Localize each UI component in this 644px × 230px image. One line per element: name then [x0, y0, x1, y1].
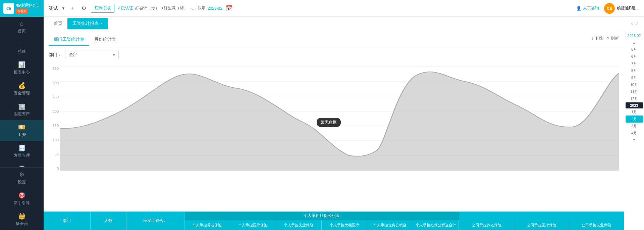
right-panel-month-2[interactable]: 2月: [626, 116, 643, 123]
status-certified: ✓已认证: [118, 5, 133, 11]
refresh-icon: ↻: [606, 36, 609, 41]
right-panel-month-5[interactable]: 5月: [626, 46, 643, 53]
sidebar-item-ledger[interactable]: ≡ 总账: [0, 37, 44, 58]
table-header: 部门 人数 应发工资合计 个人承担社保公积金 个人承担养老保险: [44, 212, 624, 230]
th-personal-group: 个人承担社保公积金 个人承担养老保险 个人承担医疗保险 个人承担失业保险: [184, 212, 459, 230]
window-maximize-btn[interactable]: ⤢: [635, 21, 639, 26]
period-label: 账期: [198, 5, 206, 11]
th-company-pension: 公司承担养老保险: [459, 220, 514, 230]
sidebar-item-funds[interactable]: 💰 资金管理: [0, 79, 44, 99]
right-panel-month-10[interactable]: 10月: [626, 81, 643, 88]
tab-close-btn[interactable]: ×: [100, 21, 103, 26]
sidebar-logo: CE 畅捷通好会计 专业版: [0, 0, 44, 17]
download-btn[interactable]: ↓ 下载: [591, 36, 603, 41]
home-icon: ⌂: [20, 20, 24, 27]
th-personal-medical: 个人承担医疗保险: [230, 220, 276, 230]
th-personal-group-title: 个人承担社保公积金: [184, 212, 459, 220]
status-more: +...: [190, 6, 196, 11]
sidebar-item-member[interactable]: 👑 畅会员: [0, 209, 44, 230]
window-controls: × ⤢: [631, 21, 639, 26]
sidebar-item-sales[interactable]: 📋 进销台账: [0, 162, 44, 167]
tabs-bar: 首页 工资统计报表 × × ⤢: [44, 17, 644, 30]
th-personal-housing: 个人承担住房公积金: [367, 220, 413, 230]
chart-area: 350 300 250 200 150 100 50 0: [44, 63, 624, 212]
sidebar-item-guide[interactable]: 🎯 新手引导: [0, 188, 44, 209]
sidebar-item-label: 固定资产: [14, 111, 30, 117]
department-select[interactable]: 全部 销售部 财务部 行政部 技术部: [65, 50, 119, 59]
sidebar-item-settings[interactable]: ⚙ 设置: [0, 168, 44, 188]
chart-svg: [60, 66, 619, 171]
sub-tab-monthly-label: 月份统计表: [94, 37, 116, 42]
th-salary-label: 应发工资合计: [143, 218, 167, 224]
ledger-icon: ≡: [20, 41, 24, 48]
right-panel-nav-up[interactable]: ▲: [632, 40, 637, 46]
th-personal-cells: 个人承担养老保险 个人承担医疗保险 个人承担失业保险 个人承担大额医疗 个人承担: [184, 220, 459, 230]
topbar-switch-btn[interactable]: 切到旧版: [91, 4, 114, 13]
sub-tab-monthly[interactable]: 月份统计表: [89, 34, 121, 46]
sidebar: CE 畅捷通好会计 专业版 ⌂ 首页 ≡ 总账 📊 报表中心 💰 资金管理 🏢 …: [0, 0, 44, 230]
topbar-dropdown-btn[interactable]: ▼: [61, 6, 65, 11]
salary-icon: 💴: [18, 124, 25, 131]
y-label-50: 50: [55, 152, 59, 156]
calendar-icon[interactable]: 📅: [224, 4, 234, 13]
sidebar-item-home[interactable]: ⌂ 首页: [0, 17, 44, 37]
right-panel-year-2023: 2023: [626, 102, 643, 108]
topbar-add-btn[interactable]: ＋: [69, 3, 77, 13]
th-salary-total: 应发工资合计: [126, 212, 184, 230]
sidebar-item-invoice[interactable]: 🧾 发票管理: [0, 141, 44, 162]
sidebar-item-reports[interactable]: 📊 报表中心: [0, 58, 44, 79]
sidebar-item-label: 资金管理: [14, 90, 30, 96]
y-label-250: 250: [53, 95, 59, 99]
y-label-300: 300: [53, 81, 59, 85]
right-panel-month-11[interactable]: 11月: [626, 88, 643, 95]
consult-btn[interactable]: 👤 人工咨询: [576, 5, 599, 11]
page-main: 部门工资统计表 月份统计表 ↓ 下载 ↻ 刷新: [44, 30, 624, 230]
sidebar-item-salary[interactable]: 💴 工资: [0, 120, 44, 141]
right-panel-month-4[interactable]: 4月: [626, 130, 643, 137]
sidebar-item-label: 总账: [18, 49, 26, 54]
sidebar-item-label: 设置: [18, 179, 26, 185]
right-panel-month-12[interactable]: 12月: [626, 95, 643, 102]
sidebar-item-label: 报表中心: [14, 70, 30, 75]
topbar-status: ✓已认证 好会计（专） +好生意（标） +... 账期 2023-02 📅: [118, 4, 234, 13]
avatar: CE: [604, 3, 615, 14]
chart-container: 350 300 250 200 150 100 50 0: [49, 66, 619, 181]
sidebar-item-assets[interactable]: 🏢 固定资产: [0, 99, 44, 120]
th-department: 部门: [44, 212, 91, 230]
right-panel-month-7[interactable]: 7月: [626, 60, 643, 67]
right-panel-month-9[interactable]: 9月: [626, 74, 643, 81]
sidebar-bottom: ⚙ 设置 🎯 新手引导 👑 畅会员: [0, 167, 44, 230]
main-content: 测试 ▼ ＋ ⚙ 切到旧版 ✓已认证 好会计（专） +好生意（标） +... 账…: [44, 0, 644, 230]
assets-icon: 🏢: [18, 103, 25, 110]
right-panel-month-1[interactable]: 1月: [626, 108, 643, 116]
right-panel-nav-down[interactable]: ▼: [632, 137, 637, 143]
department-select-wrap: 全部 销售部 财务部 行政部 技术部 ▼: [65, 50, 119, 59]
window-close-btn[interactable]: ×: [631, 21, 633, 26]
refresh-btn[interactable]: ↻ 刷新: [606, 36, 619, 41]
invoice-icon: 🧾: [18, 144, 25, 152]
right-panel-month-6[interactable]: 6月: [626, 53, 643, 60]
topbar: 测试 ▼ ＋ ⚙ 切到旧版 ✓已认证 好会计（专） +好生意（标） +... 账…: [44, 0, 644, 17]
settings-icon: ⚙: [19, 171, 24, 178]
download-icon: ↓: [591, 36, 593, 41]
right-panel-month-8[interactable]: 8月: [626, 67, 643, 74]
filter-row: 部门： 全部 销售部 财务部 行政部 技术部 ▼: [44, 46, 624, 63]
sub-tab-department[interactable]: 部门工资统计表: [49, 34, 89, 46]
tab-salary[interactable]: 工资统计报表 ×: [67, 18, 108, 29]
sidebar-item-label: 畅会员: [16, 221, 28, 227]
app-edition-badge: 专业版: [16, 9, 28, 14]
th-personal-total: 个人承担社保公积金合计: [413, 220, 459, 230]
sub-tab-department-label: 部门工资统计表: [54, 37, 84, 42]
y-label-200: 200: [53, 109, 59, 113]
tab-salary-label: 工资统计报表: [72, 20, 99, 27]
member-icon: 👑: [18, 213, 25, 220]
th-people: 人数: [91, 212, 126, 230]
topbar-right: 👤 人工咨询 CE 畅捷通B组...: [576, 3, 639, 14]
topbar-settings-btn[interactable]: ⚙: [80, 4, 88, 13]
right-panel-month-3[interactable]: 3月: [626, 123, 643, 130]
y-label-0: 0: [57, 167, 59, 171]
tab-home[interactable]: 首页: [49, 18, 67, 29]
th-company-group: 公司 公司承担养老保险 公司承担医疗保险 公司承担失业保险: [459, 212, 624, 230]
y-label-150: 150: [53, 124, 59, 128]
user-profile[interactable]: CE 畅捷通B组...: [604, 3, 639, 14]
